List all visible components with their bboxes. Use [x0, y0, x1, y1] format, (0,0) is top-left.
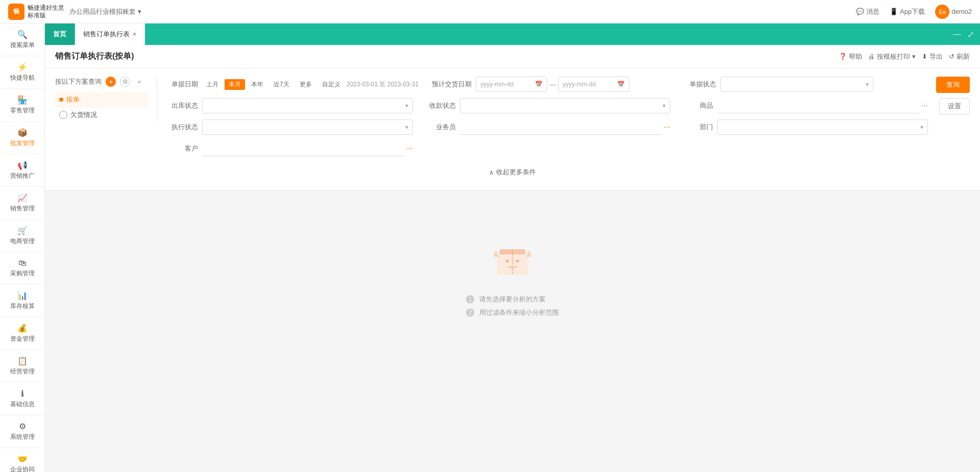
goods-input[interactable] — [717, 98, 919, 113]
empty-tip-2: 2 用过滤条件来缩小分析范围 — [466, 306, 559, 319]
filter-exec-status: 执行状态 ▾ — [167, 120, 413, 135]
dept-select[interactable]: ▾ — [717, 120, 928, 135]
receipt-status-select[interactable]: ▾ — [460, 98, 671, 113]
print-icon: 🖨 — [868, 53, 875, 60]
help-btn[interactable]: ❓ 帮助 — [839, 52, 862, 61]
query-btn-area: 查询 设置 — [928, 77, 970, 114]
tab-maximize-btn[interactable]: ⤢ — [967, 30, 974, 39]
date-range-display: 2023-03-01 至 2023-03-31 — [347, 80, 419, 89]
sidebar-item-system[interactable]: ⚙ 系统管理 — [0, 415, 44, 448]
dept-chevron-icon: ▾ — [920, 124, 923, 131]
order-status-select[interactable]: ▾ — [720, 77, 873, 92]
salesman-more-icon[interactable]: ··· — [664, 123, 670, 132]
date-tab-more[interactable]: 更多 — [296, 79, 316, 90]
app-icon: 📱 — [890, 8, 898, 15]
filter-dept: 部门 ▾ — [682, 120, 928, 135]
filter-row-3: 执行状态 ▾ 业务员 — [167, 120, 928, 135]
goods-label: 商品 — [682, 101, 713, 110]
page-title: 销售订单执行表(按单) — [55, 51, 134, 62]
set-scheme-btn[interactable]: ⚙ — [120, 77, 130, 87]
filter-row-flex: 按以下方案查询 + ⚙ « 按单 欠货情况 — [55, 77, 970, 162]
nav-item-shortage[interactable]: 欠货情况 — [55, 107, 149, 123]
collapse-nav-btn[interactable]: « — [134, 77, 144, 87]
tab-sales-order[interactable]: 销售订单执行表 × — [75, 23, 145, 45]
outbound-status-select[interactable]: ▾ — [202, 98, 413, 113]
tab-home[interactable]: 首页 — [45, 23, 75, 45]
message-btn[interactable]: 💬 消息 — [856, 7, 879, 16]
outbound-status-label: 出库状态 — [167, 101, 198, 110]
goods-more-icon[interactable]: ··· — [921, 101, 928, 110]
topbar-right: 💬 消息 📱 App下载 Ea demo2 — [856, 5, 972, 19]
avatar: Ea — [935, 5, 949, 19]
sidebar-item-inventory[interactable]: 📊 库存核算 — [0, 285, 44, 317]
export-btn[interactable]: ⬇ 导出 — [922, 52, 943, 61]
collapse-more-section: ∧ 收起更多条件 — [55, 162, 970, 182]
customer-more-icon[interactable]: ··· — [406, 144, 412, 153]
sidebar-item-wholesale[interactable]: 📦 批发管理 — [0, 122, 44, 154]
user-avatar[interactable]: Ea demo2 — [935, 5, 972, 19]
exec-status-label: 执行状态 — [167, 123, 198, 132]
query-btn[interactable]: 查询 — [936, 77, 970, 93]
order-status-chevron-icon: ▾ — [866, 81, 869, 88]
finance-icon: 💰 — [4, 323, 40, 333]
refresh-btn[interactable]: ↺ 刷新 — [949, 52, 970, 61]
collapse-more-btn[interactable]: ∧ 收起更多条件 — [489, 168, 536, 177]
sidebar-item-basic-info[interactable]: ℹ 基础信息 — [0, 383, 44, 415]
topbar-left: 畅 畅捷通好生意 标准版 办公用品行业模拟账套 ▾ — [8, 4, 141, 20]
nav-inactive-icon — [59, 111, 67, 119]
page-header-actions: ❓ 帮助 🖨 按模板打印 ▾ ⬇ 导出 ↺ 刷新 — [839, 52, 970, 61]
sidebar-item-sales[interactable]: 📈 销售管理 — [0, 187, 44, 220]
add-scheme-btn[interactable]: + — [106, 77, 116, 87]
date-tab-prev-month[interactable]: 上月 — [202, 79, 223, 90]
sales-icon: 📈 — [4, 193, 40, 203]
sidebar-item-search[interactable]: 🔍 搜索菜单 — [0, 23, 44, 56]
sidebar-item-quick-nav[interactable]: ⚡ 快捷导航 — [0, 56, 44, 89]
salesman-label: 业务员 — [425, 123, 456, 132]
filter-row-1: 单据日期 上月 本月 本年 近7天 更多 自定义 — [167, 77, 928, 92]
purchase-icon: 🛍 — [4, 258, 40, 268]
refresh-icon: ↺ — [949, 53, 954, 60]
filter-panel: 按以下方案查询 + ⚙ « 按单 欠货情况 — [45, 68, 980, 191]
date-separator: — — [549, 81, 556, 88]
tab-close-btn[interactable]: × — [133, 31, 136, 38]
sidebar-item-finance[interactable]: 💰 资金管理 — [0, 317, 44, 350]
sidebar-item-retail[interactable]: 🏪 零售管理 — [0, 89, 44, 122]
exec-status-select[interactable]: ▾ — [202, 120, 413, 135]
date-tab-custom[interactable]: 自定义 — [318, 79, 345, 90]
customer-label: 客户 — [167, 144, 198, 153]
customer-input[interactable] — [202, 141, 404, 156]
app-download-btn[interactable]: 📱 App下载 — [890, 7, 925, 16]
sidebar-item-purchase[interactable]: 🛍 采购管理 — [0, 252, 44, 285]
receipt-status-chevron-icon: ▾ — [663, 102, 666, 109]
sidebar-item-marketing[interactable]: 📢 营销推广 — [0, 154, 44, 187]
filter-customer: 客户 ··· — [167, 141, 413, 156]
tab-bar: 首页 销售订单执行表 × — ⤢ — [45, 23, 980, 45]
logo-text: 畅捷通好生意 标准版 — [28, 4, 64, 19]
filter-outbound-status: 出库状态 ▾ — [167, 98, 413, 113]
date-tab-7days[interactable]: 近7天 — [270, 79, 293, 90]
salesman-input[interactable] — [460, 120, 662, 135]
sidebar: 🔍 搜索菜单 ⚡ 快捷导航 🏪 零售管理 📦 批发管理 📢 营销推广 📈 销售管… — [0, 23, 45, 472]
date-label: 单据日期 — [167, 80, 198, 89]
sidebar-item-collab[interactable]: 🤝 企业协同 — [0, 448, 44, 472]
tab-minimize-btn[interactable]: — — [953, 30, 961, 39]
date-tab-cur-year[interactable]: 本年 — [247, 79, 267, 90]
help-icon: ❓ — [839, 53, 847, 60]
sidebar-item-operations[interactable]: 📋 经营管理 — [0, 350, 44, 383]
sidebar-item-ecommerce[interactable]: 🛒 电商管理 — [0, 220, 44, 252]
receipt-status-label: 收款状态 — [425, 101, 456, 110]
calendar-end-icon: 📅 — [617, 81, 625, 88]
collab-icon: 🤝 — [4, 454, 40, 464]
setting-btn[interactable]: 设置 — [939, 98, 970, 114]
breadcrumb-chevron-icon[interactable]: ▾ — [138, 8, 141, 15]
predicted-date-end-input[interactable]: yyyy-mm-dd 📅 — [558, 77, 629, 92]
filter-goods: 商品 ··· — [682, 98, 928, 113]
template-print-btn[interactable]: 🖨 按模板打印 ▾ — [868, 52, 916, 61]
filter-predicted-date: 预计交货日期 yyyy-mm-dd 📅 — — [431, 77, 673, 92]
filter-left-title: 按以下方案查询 + ⚙ « — [55, 77, 149, 87]
date-tab-cur-month[interactable]: 本月 — [225, 79, 245, 90]
predicted-date-start-input[interactable]: yyyy-mm-dd 📅 — [476, 77, 547, 92]
nav-item-by-order[interactable]: 按单 — [55, 92, 149, 107]
empty-state-tips: 1 请先选择要分析的方案 2 用过滤条件来缩小分析范围 — [466, 293, 559, 319]
calendar-icon: 📅 — [535, 81, 543, 88]
